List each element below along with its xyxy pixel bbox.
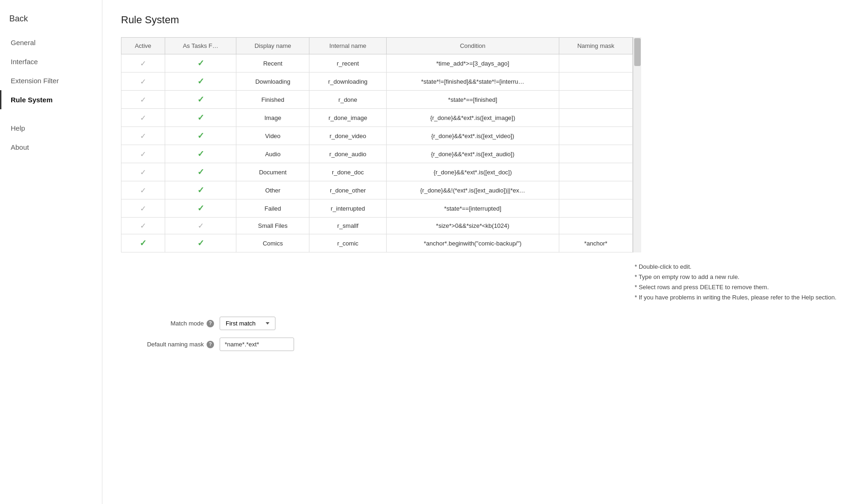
default-naming-help-icon[interactable]: ?: [207, 341, 214, 348]
row-5-naming-mask: [559, 145, 632, 163]
row-1-condition: *state*!=[finished]&&*state*!=[interru…: [386, 73, 559, 91]
row-6-display-name: Document: [236, 163, 309, 181]
hint-line: * If you have problems in writing the Ru…: [635, 292, 839, 303]
table-header: ActiveAs Tasks F…Display nameInternal na…: [121, 38, 633, 54]
sidebar-item-extension-filter[interactable]: Extension Filter: [0, 71, 102, 90]
table-row[interactable]: ✓✓Otherr_done_other{r_done}&&!(*ext*.is(…: [121, 181, 633, 199]
col-header-internal-name: Internal name: [309, 38, 386, 54]
check-gray-icon: ✓: [140, 114, 146, 122]
check-gray-icon: ✓: [140, 168, 146, 176]
row-0-naming-mask: [559, 54, 632, 73]
check-gray-icon: ✓: [140, 150, 146, 158]
default-naming-input[interactable]: [220, 338, 294, 351]
table-row[interactable]: ✓✓Downloadingr_downloading*state*!=[fini…: [121, 73, 633, 91]
row-4-naming-mask: [559, 127, 632, 145]
table-row[interactable]: ✓✓Recentr_recent*time_add*>=[3_days_ago]: [121, 54, 633, 73]
row-9-active: ✓: [121, 218, 165, 234]
row-9-condition: *size*>0&&*size*<kb(1024): [386, 218, 559, 234]
row-9-tasks: ✓: [165, 218, 236, 234]
hint-line: * Select rows and press DELETE to remove…: [635, 282, 839, 292]
row-1-display-name: Downloading: [236, 73, 309, 91]
sidebar: Back GeneralInterfaceExtension FilterRul…: [0, 0, 102, 504]
check-green-icon: ✓: [197, 131, 204, 140]
check-green-icon: ✓: [197, 167, 204, 177]
sidebar-item-about[interactable]: About: [0, 138, 102, 157]
row-9-internal-name: r_smallf: [309, 218, 386, 234]
row-1-active: ✓: [121, 73, 165, 91]
col-header-condition: Condition: [386, 38, 559, 54]
check-green-icon: ✓: [197, 239, 204, 248]
row-7-naming-mask: [559, 181, 632, 199]
row-10-active: ✓: [121, 234, 165, 252]
row-5-condition: {r_done}&&*ext*.is([ext_audio]): [386, 145, 559, 163]
row-10-display-name: Comics: [236, 234, 309, 252]
row-10-internal-name: r_comic: [309, 234, 386, 252]
check-gray-icon: ✓: [198, 222, 204, 230]
row-7-active: ✓: [121, 181, 165, 199]
table-row[interactable]: ✓✓Documentr_done_doc{r_done}&&*ext*.is([…: [121, 163, 633, 181]
match-mode-dropdown[interactable]: First match: [220, 317, 275, 330]
page-title: Rule System: [121, 14, 839, 26]
col-header-display-name: Display name: [236, 38, 309, 54]
row-4-internal-name: r_done_video: [309, 127, 386, 145]
row-0-tasks: ✓: [165, 54, 236, 73]
check-green-icon: ✓: [197, 186, 204, 195]
back-button[interactable]: Back: [0, 9, 102, 33]
row-2-display-name: Finished: [236, 91, 309, 109]
match-mode-help-icon[interactable]: ?: [207, 320, 214, 327]
row-3-condition: {r_done}&&*ext*.is([ext_image]): [386, 109, 559, 127]
default-naming-label: Default naming mask ?: [121, 341, 214, 348]
check-gray-icon: ✓: [140, 96, 146, 104]
table-row[interactable]: ✓✓Imager_done_image{r_done}&&*ext*.is([e…: [121, 109, 633, 127]
row-0-active: ✓: [121, 54, 165, 73]
sidebar-item-general[interactable]: General: [0, 33, 102, 52]
table-row[interactable]: ✓✓Videor_done_video{r_done}&&*ext*.is([e…: [121, 127, 633, 145]
match-mode-value: First match: [226, 320, 255, 327]
main-content: Rule System ActiveAs Tasks F…Display nam…: [102, 0, 858, 504]
row-7-display-name: Other: [236, 181, 309, 199]
table-row[interactable]: ✓✓Small Filesr_smallf*size*>0&&*size*<kb…: [121, 218, 633, 234]
table-row[interactable]: ✓✓Audior_done_audio{r_done}&&*ext*.is([e…: [121, 145, 633, 163]
table-row[interactable]: ✓✓Failedr_interrupted*state*==[interrupt…: [121, 199, 633, 218]
row-5-tasks: ✓: [165, 145, 236, 163]
hints-section: * Double-click to edit.* Type on empty r…: [635, 262, 839, 303]
check-gray-icon: ✓: [140, 205, 146, 212]
match-mode-label: Match mode ?: [121, 320, 214, 327]
check-green-icon: ✓: [197, 59, 204, 68]
sidebar-item-help[interactable]: Help: [0, 119, 102, 138]
row-2-active: ✓: [121, 91, 165, 109]
row-8-active: ✓: [121, 199, 165, 218]
col-header-active: Active: [121, 38, 165, 54]
check-green-icon: ✓: [197, 77, 204, 86]
row-8-naming-mask: [559, 199, 632, 218]
table-row[interactable]: ✓✓Comicsr_comic*anchor*.beginwith("comic…: [121, 234, 633, 252]
row-1-tasks: ✓: [165, 73, 236, 91]
row-4-display-name: Video: [236, 127, 309, 145]
row-2-naming-mask: [559, 91, 632, 109]
row-9-display-name: Small Files: [236, 218, 309, 234]
row-8-display-name: Failed: [236, 199, 309, 218]
check-gray-icon: ✓: [140, 186, 146, 194]
row-1-naming-mask: [559, 73, 632, 91]
hint-line: * Type on empty row to add a new rule.: [635, 272, 839, 282]
row-8-internal-name: r_interrupted: [309, 199, 386, 218]
sidebar-item-interface[interactable]: Interface: [0, 52, 102, 71]
scrollbar[interactable]: [633, 37, 641, 252]
check-green-icon: ✓: [197, 149, 204, 159]
row-1-internal-name: r_downloading: [309, 73, 386, 91]
sidebar-item-rule-system[interactable]: Rule System: [0, 90, 102, 109]
row-6-active: ✓: [121, 163, 165, 181]
row-2-internal-name: r_done: [309, 91, 386, 109]
row-0-display-name: Recent: [236, 54, 309, 73]
row-0-condition: *time_add*>=[3_days_ago]: [386, 54, 559, 73]
check-green-icon: ✓: [197, 204, 204, 213]
check-green-icon: ✓: [140, 239, 147, 248]
row-6-internal-name: r_done_doc: [309, 163, 386, 181]
row-8-condition: *state*==[interrupted]: [386, 199, 559, 218]
row-3-internal-name: r_done_image: [309, 109, 386, 127]
sidebar-nav: GeneralInterfaceExtension FilterRule Sys…: [0, 33, 102, 157]
row-10-naming-mask: *anchor*: [559, 234, 632, 252]
row-4-tasks: ✓: [165, 127, 236, 145]
row-6-naming-mask: [559, 163, 632, 181]
table-row[interactable]: ✓✓Finishedr_done*state*==[finished]: [121, 91, 633, 109]
